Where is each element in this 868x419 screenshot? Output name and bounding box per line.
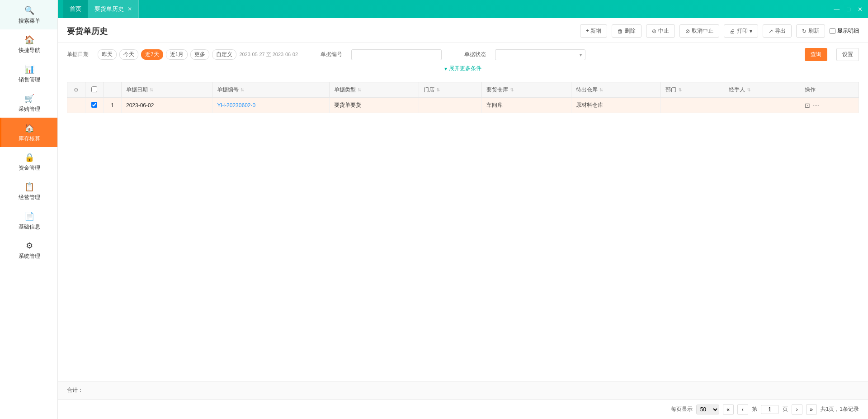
bill-no-link[interactable]: YH-20230602-0 — [217, 102, 255, 109]
th-checkbox[interactable] — [85, 82, 104, 98]
main-area: 首页要货单历史✕ — □ ✕ 要货单历史 + 新增 🗑 删除 ⊘ 中止 ⊘ — [58, 0, 868, 419]
cell-store — [419, 98, 481, 113]
table-row: 1 2023-06-02 YH-20230602-0 要货单要货 车间库 原材料… — [67, 98, 859, 113]
sidebar-item-finance[interactable]: 🔒 资金管理 — [0, 147, 57, 176]
print-button[interactable]: 🖨 打印 ▾ — [724, 24, 758, 38]
sidebar-item-operations[interactable]: 📋 经营管理 — [0, 176, 57, 206]
per-page-label: 每页显示 — [671, 405, 693, 413]
tab-close-history[interactable]: ✕ — [127, 6, 132, 12]
cell-bill-date: 2023-06-02 — [122, 98, 212, 113]
th-bill-no[interactable]: 单据编号⇅ — [212, 82, 330, 98]
action-view-icon[interactable]: ⊡ — [805, 102, 810, 109]
top-bar: 首页要货单历史✕ — □ ✕ — [58, 0, 868, 18]
sidebar-label-operations: 经营管理 — [19, 194, 40, 201]
th-require-warehouse[interactable]: 要货仓库⇅ — [482, 82, 571, 98]
export-button[interactable]: ↗ 导出 — [763, 24, 792, 38]
bill-no-label: 单据编号 — [321, 51, 342, 58]
cancel-stop-icon: ⊘ — [685, 28, 690, 34]
th-action: 操作 — [800, 82, 859, 98]
expand-more-btn[interactable]: ▾ 展开更多条件 — [67, 65, 859, 72]
bill-status-select[interactable] — [495, 49, 585, 60]
first-page-button[interactable]: « — [723, 404, 734, 415]
sidebar-item-quick-nav[interactable]: 🏠 快捷导航 — [0, 29, 57, 59]
last-page-button[interactable]: » — [806, 404, 817, 415]
bill-date-label: 单据日期 — [67, 51, 89, 58]
stop-button[interactable]: ⊘ 中止 — [646, 24, 675, 38]
th-num — [104, 82, 122, 98]
th-bill-type[interactable]: 单据类型⇅ — [329, 82, 419, 98]
content-area: 要货单历史 + 新增 🗑 删除 ⊘ 中止 ⊘ 取消中止 🖨 打印 — [58, 18, 868, 419]
cell-department — [661, 98, 724, 113]
purchase-icon: 🛒 — [24, 94, 34, 104]
export-icon: ↗ — [769, 28, 773, 34]
cell-pending-warehouse: 原材料仓库 — [571, 98, 661, 113]
cell-checkbox[interactable] — [85, 98, 104, 113]
toolbar: + 新增 🗑 删除 ⊘ 中止 ⊘ 取消中止 🖨 打印 ▾ — [580, 24, 859, 38]
page-label: 第 — [752, 405, 757, 413]
date-last-month[interactable]: 近1月 — [166, 49, 188, 60]
select-all-checkbox[interactable] — [91, 86, 97, 92]
display-detail-checkbox[interactable]: 显示明细 — [830, 27, 859, 35]
sidebar-item-purchase[interactable]: 🛒 采购管理 — [0, 88, 57, 118]
sidebar-item-system[interactable]: ⚙ 系统管理 — [0, 235, 57, 265]
th-store[interactable]: 门店⇅ — [419, 82, 481, 98]
tab-label-home: 首页 — [70, 5, 81, 13]
th-settings[interactable]: ⚙ — [67, 82, 85, 98]
page-input[interactable] — [761, 405, 779, 414]
sidebar-item-basic[interactable]: 📄 基础信息 — [0, 206, 57, 235]
date-range-display: 2023-05-27 至 2023-06-02 — [239, 51, 298, 58]
cell-bill-no[interactable]: YH-20230602-0 — [212, 98, 330, 113]
top-bar-right: — □ ✕ — [834, 6, 863, 13]
cell-handler — [724, 98, 800, 113]
sidebar-item-search[interactable]: 🔍 搜索菜单 — [0, 0, 57, 29]
date-more[interactable]: 更多 — [190, 49, 209, 60]
table-header-row: ⚙ 单据日期⇅ 单据编号⇅ 单据类型⇅ 门店⇅ 要货仓库⇅ 待出仓库⇅ 部门⇅ … — [67, 82, 859, 98]
query-button[interactable]: 查询 — [805, 48, 827, 61]
minimize-button[interactable]: — — [834, 6, 840, 13]
stop-icon: ⊘ — [652, 28, 656, 34]
next-page-button[interactable]: › — [792, 404, 802, 415]
date-today[interactable]: 今天 — [119, 49, 138, 60]
maximize-button[interactable]: □ — [847, 6, 850, 13]
tab-history[interactable]: 要货单历史✕ — [88, 0, 139, 18]
prev-page-button[interactable]: ‹ — [737, 404, 748, 415]
bill-no-input[interactable] — [351, 49, 442, 60]
th-bill-date[interactable]: 单据日期⇅ — [122, 82, 212, 98]
settings-button[interactable]: 设置 — [836, 48, 859, 61]
gear-icon[interactable]: ⚙ — [74, 87, 79, 93]
sidebar: 🔍 搜索菜单 🏠 快捷导航 📊 销售管理 🛒 采购管理 🏠 库存核算 🔒 资金管… — [0, 0, 58, 419]
sidebar-label-sales: 销售管理 — [19, 76, 40, 84]
filter-row-1: 单据日期 昨天 今天 近7天 近1月 更多 自定义 2023-05-27 至 2… — [67, 48, 859, 61]
date-filter-group: 昨天 今天 近7天 近1月 更多 自定义 2023-05-27 至 2023-0… — [98, 49, 298, 60]
sidebar-item-sales[interactable]: 📊 销售管理 — [0, 59, 57, 88]
cancel-stop-button[interactable]: ⊘ 取消中止 — [679, 24, 719, 38]
action-more-icon[interactable]: ⋯ — [813, 102, 819, 109]
filter-area: 单据日期 昨天 今天 近7天 近1月 更多 自定义 2023-05-27 至 2… — [58, 43, 868, 78]
print-icon: 🖨 — [730, 28, 735, 34]
sidebar-label-basic: 基础信息 — [19, 223, 40, 231]
new-button[interactable]: + 新增 — [580, 24, 607, 38]
date-custom[interactable]: 自定义 — [212, 49, 236, 60]
th-handler[interactable]: 经手人⇅ — [724, 82, 800, 98]
sidebar-label-search: 搜索菜单 — [19, 17, 40, 25]
sidebar-label-purchase: 采购管理 — [19, 105, 40, 113]
basic-icon: 📄 — [24, 211, 34, 221]
tab-home[interactable]: 首页 — [63, 0, 88, 18]
finance-icon: 🔒 — [24, 152, 34, 162]
operations-icon: 📋 — [24, 182, 34, 192]
date-yesterday[interactable]: 昨天 — [98, 49, 117, 60]
quick-nav-icon: 🏠 — [24, 35, 34, 45]
expand-icon: ▾ — [444, 66, 447, 72]
per-page-select[interactable]: 50 10 20 100 — [696, 405, 719, 414]
th-department[interactable]: 部门⇅ — [661, 82, 724, 98]
sidebar-item-inventory[interactable]: 🏠 库存核算 — [0, 118, 57, 147]
delete-icon: 🗑 — [618, 28, 623, 34]
main-table: ⚙ 单据日期⇅ 单据编号⇅ 单据类型⇅ 门店⇅ 要货仓库⇅ 待出仓库⇅ 部门⇅ … — [67, 82, 859, 113]
refresh-button[interactable]: ↻ 刷新 — [796, 24, 825, 38]
delete-button[interactable]: 🗑 删除 — [612, 24, 642, 38]
bill-status-select-wrapper: ▾ — [495, 49, 585, 60]
date-last7[interactable]: 近7天 — [141, 49, 163, 60]
sidebar-label-system: 系统管理 — [19, 252, 40, 260]
close-button[interactable]: ✕ — [858, 6, 863, 13]
th-pending-warehouse[interactable]: 待出仓库⇅ — [571, 82, 661, 98]
